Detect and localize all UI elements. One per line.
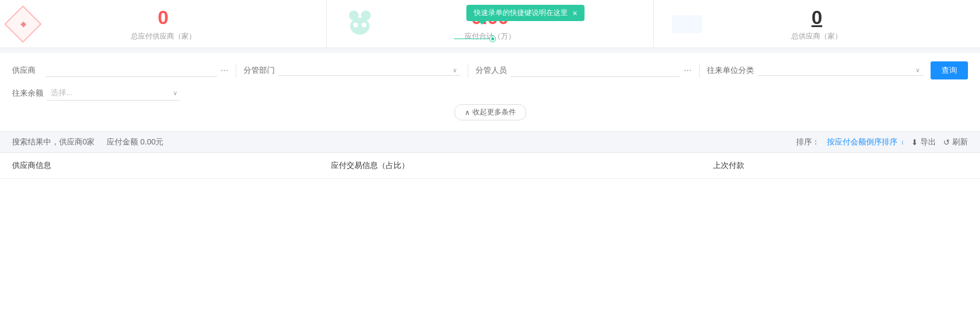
export-icon: ⬇: [911, 138, 918, 147]
collapse-chevron: ∧: [465, 108, 470, 117]
tooltip-close-btn[interactable]: ×: [573, 8, 577, 18]
refresh-label: 刷新: [952, 137, 968, 147]
collapse-label: 收起更多条件: [473, 107, 516, 117]
person-dots[interactable]: ···: [683, 65, 691, 76]
stat-supplier-number: 0: [811, 6, 822, 29]
divider-3: [699, 63, 700, 78]
supplier-label: 供应商: [12, 65, 42, 76]
supplier-dots[interactable]: ···: [221, 65, 228, 76]
balance-select-wrapper[interactable]: 选择... ∨: [47, 85, 180, 101]
stat-payable-total: 快速录单的快捷键说明在这里 × 0.00 应付合计（万）: [327, 0, 653, 48]
filter-supplier-field: 供应商 ···: [12, 64, 228, 77]
refresh-icon: ↺: [943, 138, 950, 147]
unit-category-select[interactable]: ∨: [758, 65, 923, 76]
stat-payable-number: 0: [158, 6, 169, 29]
sort-label: 排序：: [796, 137, 820, 147]
filter-row-2: 往来余额 选择... ∨: [12, 85, 968, 101]
department-chevron: ∨: [453, 67, 457, 73]
col-lastpay-header: 上次付款: [713, 160, 968, 171]
balance-placeholder: 选择...: [47, 85, 173, 100]
export-button[interactable]: ⬇ 导出: [911, 137, 936, 147]
sort-arrow: ↕: [901, 139, 904, 146]
filter-person-field: 分管人员 ···: [476, 64, 692, 77]
query-button[interactable]: 查询: [931, 61, 968, 79]
unit-category-chevron: ∨: [916, 67, 920, 73]
export-label: 导出: [920, 137, 936, 147]
stats-bar: ◈ 0 总应付供应商（家） 快速录单的快捷键说明在这里 ×: [0, 0, 980, 48]
divider-1: [236, 63, 236, 78]
divider-2: [468, 63, 468, 78]
result-text2: 应付金额 0.00元: [107, 137, 163, 147]
unit-category-label: 往来单位分类: [707, 65, 754, 76]
shortcut-tooltip: 快速录单的快捷键说明在这里 ×: [466, 5, 585, 21]
stat-total-suppliers: 0 总供应商（家）: [654, 0, 980, 48]
refresh-button[interactable]: ↺ 刷新: [943, 137, 968, 147]
stat-payable-label: 总应付供应商（家）: [131, 31, 196, 42]
stat-supplier-label: 总供应商（家）: [791, 31, 842, 42]
balance-chevron: ∨: [173, 90, 180, 96]
sort-value[interactable]: 按应付会额倒序排序 ↕: [827, 137, 904, 147]
balance-label: 往来余额: [12, 88, 43, 99]
filter-bar: 供应商 ··· 分管部门 ∨ 分管人员 ··· 往来单位分类 ∨: [0, 53, 980, 132]
svg-point-4: [362, 22, 366, 27]
result-text1: 搜索结果中，供应商0家: [12, 137, 95, 147]
department-label: 分管部门: [243, 65, 275, 76]
person-label: 分管人员: [476, 65, 507, 76]
result-bar: 搜索结果中，供应商0家 应付金额 0.00元 排序： 按应付会额倒序排序 ↕ ⬇…: [0, 132, 980, 153]
svg-point-3: [353, 22, 358, 27]
logo-diamond: ◈: [4, 5, 42, 42]
supplier-input[interactable]: [46, 64, 217, 77]
filter-row-1: 供应商 ··· 分管部门 ∨ 分管人员 ··· 往来单位分类 ∨: [12, 61, 968, 79]
col-transaction-header: 应付交易信息（占比）: [331, 160, 713, 171]
filter-unit-category-field: 往来单位分类 ∨: [707, 65, 923, 76]
tooltip-text: 快速录单的快捷键说明在这里: [474, 8, 568, 18]
col-supplier-header: 供应商信息: [12, 160, 331, 171]
collapse-row: ∧ 收起更多条件: [12, 104, 968, 120]
bear-icon: [345, 8, 375, 40]
filter-balance-field: 往来余额 选择... ∨: [12, 85, 205, 101]
table-header: 供应商信息 应付交易信息（占比） 上次付款: [0, 153, 980, 179]
result-actions: 排序： 按应付会额倒序排序 ↕ ⬇ 导出 ↺ 刷新: [796, 137, 968, 147]
filter-department-field: 分管部门 ∨: [243, 65, 460, 76]
table-body: [0, 179, 980, 310]
person-input[interactable]: [510, 64, 680, 77]
stat-payable-suppliers: ◈ 0 总应付供应商（家）: [0, 0, 327, 48]
sort-value-text: 按应付会额倒序排序: [827, 137, 897, 146]
collapse-button[interactable]: ∧ 收起更多条件: [454, 104, 526, 120]
svg-point-5: [356, 26, 363, 31]
department-select[interactable]: ∨: [278, 65, 460, 76]
result-info: 搜索结果中，供应商0家 应付金额 0.00元: [12, 137, 163, 147]
svg-point-2: [350, 17, 369, 34]
placeholder-icon: [672, 15, 702, 33]
